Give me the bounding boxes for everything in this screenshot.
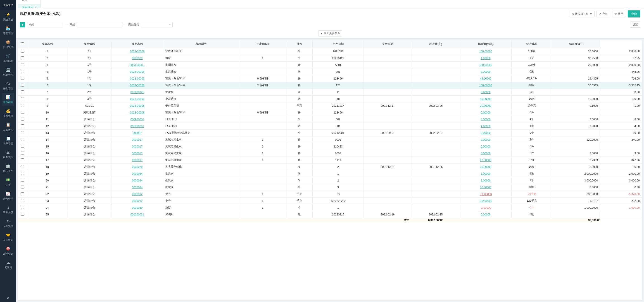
- link-cell[interactable]: 0.00000: [481, 213, 490, 216]
- sidebar-item-快捷导航[interactable]: ⚡快捷导航: [2, 10, 14, 24]
- sidebar-item-经营管理[interactable]: 📈经营管理: [2, 189, 14, 203]
- link-cell[interactable]: 0023-00005: [130, 104, 144, 107]
- cell-0[interactable]: [18, 157, 27, 164]
- cell-0[interactable]: [18, 75, 27, 82]
- row-checkbox[interactable]: [21, 131, 24, 134]
- sidebar-item-小额电商[interactable]: 🛒小额电商: [2, 51, 14, 65]
- row-checkbox[interactable]: [21, 84, 24, 87]
- link-cell[interactable]: 4.00000: [481, 118, 490, 121]
- cell-0[interactable]: [18, 177, 27, 184]
- cell-0[interactable]: [18, 123, 27, 130]
- row-checkbox[interactable]: [21, 158, 24, 161]
- cell-0[interactable]: [18, 150, 27, 157]
- link-cell[interactable]: 0023-00008: [130, 84, 144, 87]
- row-checkbox[interactable]: [21, 97, 24, 100]
- row-checkbox[interactable]: [21, 138, 24, 141]
- link-cell[interactable]: 0.00000: [481, 91, 490, 94]
- amount-info-icon[interactable]: ⓘ: [580, 42, 583, 46]
- link-cell[interactable]: 0000017: [132, 138, 142, 141]
- link-cell[interactable]: 000900001: [130, 125, 144, 128]
- link-cell[interactable]: 0000029: [132, 57, 142, 60]
- row-checkbox[interactable]: [21, 104, 24, 107]
- link-cell[interactable]: 100.00000: [479, 63, 492, 67]
- link-cell[interactable]: 0.00000: [481, 145, 490, 148]
- sidebar-item-发票管理[interactable]: 🧾发票管理: [2, 134, 14, 148]
- settings-button[interactable]: 设置: [630, 22, 640, 28]
- cell-0[interactable]: [18, 170, 27, 177]
- row-checkbox[interactable]: [21, 56, 24, 59]
- cell-0[interactable]: [18, 116, 27, 123]
- row-checkbox[interactable]: [21, 124, 24, 127]
- sidebar-item-系统管理[interactable]: ⚙系统管理: [2, 217, 14, 230]
- cell-0[interactable]: [18, 96, 27, 102]
- link-cell[interactable]: 0023-00005: [130, 97, 144, 101]
- link-cell[interactable]: 100.00000: [479, 50, 492, 53]
- link-cell[interactable]: 122.00000: [479, 199, 492, 203]
- row-checkbox[interactable]: [21, 199, 24, 202]
- expand-conditions-btn[interactable]: ▼ 展开更多条件: [318, 30, 342, 37]
- row-checkbox[interactable]: [21, 50, 24, 53]
- export-button[interactable]: ↗ 导出: [596, 11, 610, 17]
- sidebar-item-批发管理[interactable]: 📦批发管理: [2, 38, 14, 51]
- row-checkbox[interactable]: [21, 206, 24, 209]
- cell-0[interactable]: [18, 89, 27, 96]
- link-cell[interactable]: 1.00000: [481, 179, 490, 182]
- row-checkbox[interactable]: [21, 90, 24, 93]
- cell-0[interactable]: [18, 55, 27, 62]
- product-input[interactable]: [77, 22, 122, 27]
- row-checkbox[interactable]: [21, 111, 24, 114]
- link-cell[interactable]: 0000012: [132, 199, 142, 203]
- link-cell[interactable]: 1.00000: [481, 172, 490, 175]
- sidebar-bottom-settings[interactable]: ⚙: [0, 294, 16, 302]
- link-cell[interactable]: 001000026: [130, 91, 144, 94]
- link-cell[interactable]: 000097: [133, 131, 142, 134]
- sidebar-item-基础信息[interactable]: ℹ基础信息: [2, 203, 14, 217]
- warehouse-input[interactable]: [27, 22, 63, 27]
- sidebar-item-云应用[interactable]: ☁云应用: [2, 258, 14, 272]
- link-cell[interactable]: 10.00000: [480, 104, 491, 107]
- cell-0[interactable]: [18, 191, 27, 198]
- link-cell[interactable]: -1.00000: [480, 206, 491, 209]
- link-cell[interactable]: 0000084: [132, 172, 142, 175]
- link-cell[interactable]: 0023-0000...: [130, 63, 145, 67]
- sidebar-item-工资[interactable]: 💵工资: [2, 175, 14, 189]
- link-cell[interactable]: 0000078: [132, 165, 142, 169]
- print-button[interactable]: 🖨 按模版打印 ▼: [569, 11, 595, 17]
- sidebar-item-资金管理[interactable]: 💰资金管理: [2, 106, 14, 120]
- link-cell[interactable]: 0000084: [132, 186, 142, 189]
- cell-0[interactable]: [18, 184, 27, 191]
- cell-0[interactable]: [18, 62, 27, 68]
- sidebar-item-电商管理[interactable]: 💻电商管理: [2, 65, 14, 79]
- link-cell[interactable]: 3.00000: [481, 152, 490, 155]
- cell-0[interactable]: [18, 211, 27, 218]
- cell-0[interactable]: [18, 204, 27, 211]
- cell-0[interactable]: [18, 102, 27, 109]
- link-cell[interactable]: 10.00000: [480, 186, 491, 189]
- link-cell[interactable]: 2.00000: [481, 138, 490, 141]
- link-cell[interactable]: 0.00000: [481, 111, 490, 114]
- row-checkbox[interactable]: [21, 165, 24, 168]
- link-cell[interactable]: 0000029: [132, 206, 142, 209]
- row-checkbox[interactable]: [21, 118, 24, 120]
- cell-0[interactable]: [18, 164, 27, 170]
- sidebar-item-税务管理[interactable]: 🏛税务管理: [2, 148, 14, 162]
- display-button[interactable]: 👁 显示: [612, 11, 626, 17]
- tab-首页[interactable]: 首页: [18, 0, 41, 4]
- row-checkbox[interactable]: [21, 179, 24, 182]
- cell-0[interactable]: [18, 136, 27, 143]
- link-cell[interactable]: 0000017: [132, 152, 142, 155]
- row-checkbox[interactable]: [21, 77, 24, 80]
- cell-0[interactable]: [18, 198, 27, 204]
- link-cell[interactable]: 001000031: [130, 213, 144, 216]
- row-checkbox[interactable]: [21, 213, 24, 216]
- row-checkbox[interactable]: [21, 192, 24, 195]
- select-all-checkbox[interactable]: [21, 42, 24, 45]
- link-cell[interactable]: 0000017: [132, 159, 142, 162]
- link-cell[interactable]: 0023-00008: [130, 111, 144, 114]
- link-cell[interactable]: 0023-00005: [130, 70, 144, 73]
- cell-0[interactable]: [18, 48, 27, 55]
- cell-0[interactable]: [18, 109, 27, 116]
- cell-0[interactable]: [18, 130, 27, 136]
- query-button[interactable]: 查询: [628, 11, 640, 18]
- link-cell[interactable]: 0000017: [132, 145, 142, 148]
